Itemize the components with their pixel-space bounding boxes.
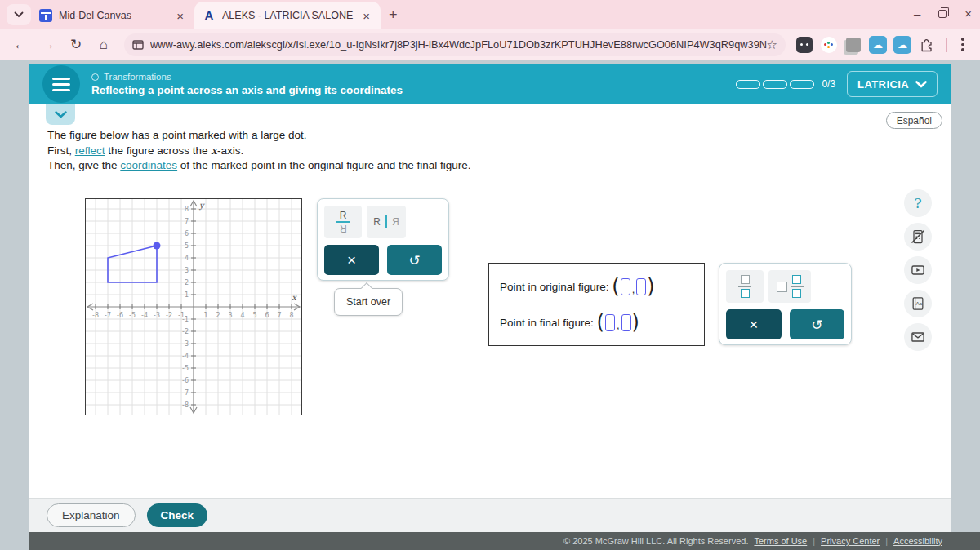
svg-text:5: 5 — [252, 312, 256, 319]
home-button[interactable]: ⌂ — [91, 33, 116, 57]
vertical-axis-line — [385, 215, 387, 228]
question-line-2: First, reflect the figure across the x-a… — [47, 143, 471, 158]
clear-button[interactable]: × — [324, 245, 379, 275]
svg-text:-4: -4 — [141, 312, 148, 319]
page-footer: © 2025 McGraw Hill LLC. All Rights Reser… — [29, 532, 980, 550]
topic-circle-icon — [91, 73, 99, 81]
tab-search-button[interactable] — [7, 4, 31, 25]
bookmark-star-icon[interactable]: ☆ — [767, 38, 777, 52]
undo-button[interactable]: ↺ — [790, 309, 845, 339]
dictionary-icon: Aa — [910, 295, 926, 312]
collapse-question-button[interactable] — [46, 104, 75, 125]
svg-text:-5: -5 — [129, 312, 136, 319]
url-bar[interactable]: www-awy.aleks.com/alekscgi/x/Isl.exe/1o_… — [124, 33, 786, 56]
espanol-label: Español — [897, 115, 932, 126]
comma: , — [632, 283, 635, 295]
site-info-icon[interactable] — [132, 39, 144, 51]
extension-cloud1-icon[interactable]: ☁ — [867, 34, 889, 55]
message-button[interactable] — [904, 323, 932, 351]
original-x-input[interactable] — [621, 278, 630, 295]
explanation-button[interactable]: Explanation — [47, 503, 136, 527]
progress-segment — [790, 80, 814, 89]
svg-text:7: 7 — [277, 312, 281, 319]
open-paren: ( — [612, 275, 619, 298]
marked-point[interactable] — [154, 242, 161, 250]
close-window-button[interactable]: × — [964, 7, 972, 21]
help-button[interactable]: ? — [904, 189, 932, 217]
svg-text:-2: -2 — [182, 328, 189, 335]
new-tab-button[interactable]: + — [389, 7, 398, 24]
extensions-puzzle-button[interactable] — [916, 34, 938, 55]
reflect-vertical-button[interactable]: R R — [367, 206, 406, 238]
tab-mid-del-canvas[interactable]: Mid-Del Canvas × — [31, 2, 194, 29]
video-button[interactable] — [904, 256, 932, 284]
restore-button[interactable] — [938, 10, 947, 18]
user-name: LATRICIA — [858, 78, 909, 91]
cloud-icon: ☁ — [893, 36, 911, 54]
svg-text:3: 3 — [185, 267, 189, 274]
close-paren: ) — [647, 275, 654, 298]
extension-snap-icon[interactable] — [794, 34, 815, 55]
letter-r-flipped: R — [340, 224, 347, 233]
user-menu-button[interactable]: LATRICIA — [847, 71, 938, 97]
cloud-icon: ☁ — [869, 36, 887, 54]
svg-text:-6: -6 — [117, 312, 123, 319]
final-point-row: Point in final figure: (,) — [500, 311, 693, 334]
close-paren: ) — [632, 311, 639, 334]
svg-text:8: 8 — [289, 312, 293, 319]
clear-button[interactable]: × — [726, 309, 782, 339]
reflect-link[interactable]: reflect — [75, 144, 105, 157]
reload-button[interactable]: ↻ — [64, 33, 88, 57]
question-line-1: The figure below has a point marked with… — [47, 128, 471, 143]
privacy-center-link[interactable]: Privacy Center — [821, 536, 880, 546]
browser-menu-button[interactable] — [955, 38, 971, 51]
terms-of-use-link[interactable]: Terms of Use — [754, 536, 807, 546]
header-texts: Transformations Reflecting a point acros… — [91, 72, 403, 96]
forward-button[interactable]: → — [36, 33, 60, 57]
svg-text:-2: -2 — [166, 312, 172, 319]
url-text: www-awy.aleks.com/alekscgi/x/Isl.exe/1o_… — [150, 38, 767, 51]
tab-aleks-active[interactable]: A ALEKS - LATRICIA SALONE - Le × — [194, 2, 381, 29]
start-over-tooltip: Start over — [334, 288, 403, 316]
extension-cloud2-icon[interactable]: ☁ — [892, 34, 913, 55]
tab-close-icon[interactable]: × — [174, 9, 186, 23]
answer-box: Point in original figure: (,) Point in f… — [488, 263, 705, 346]
progress-segment — [763, 80, 787, 89]
letter-r-mirrored: R — [392, 216, 399, 228]
check-button[interactable]: Check — [147, 503, 208, 527]
tab-title: Mid-Del Canvas — [59, 10, 167, 21]
graph-svg[interactable]: -8-8-7-7-6-6-5-5-4-4-3-3-2-2-1-111223344… — [85, 198, 302, 415]
letter-r: R — [373, 216, 381, 228]
reflect-horizontal-button[interactable]: R R — [324, 206, 362, 238]
coordinates-link[interactable]: coordinates — [120, 159, 177, 171]
fraction-button[interactable] — [726, 270, 764, 303]
accessibility-link[interactable]: Accessibility — [893, 536, 942, 546]
undo-button[interactable]: ↺ — [387, 245, 442, 275]
mixed-number-button[interactable] — [768, 270, 811, 303]
calculator-disabled-button[interactable] — [904, 223, 932, 251]
svg-text:Aa: Aa — [915, 300, 922, 306]
svg-text:2: 2 — [185, 279, 189, 286]
tab-close-icon[interactable]: × — [360, 9, 372, 23]
progress-label: 0/3 — [822, 78, 835, 90]
svg-text:2: 2 — [216, 312, 220, 319]
final-x-input[interactable] — [605, 314, 615, 331]
hamburger-menu-button[interactable] — [42, 65, 80, 103]
svg-text:1: 1 — [185, 291, 189, 299]
question-text: The figure below has a point marked with… — [47, 128, 471, 173]
original-point-row: Point in original figure: (,) — [500, 275, 693, 298]
coordinate-grid[interactable]: -8-8-7-7-6-6-5-5-4-4-3-3-2-2-1-111223344… — [85, 198, 302, 419]
extension-color-icon[interactable] — [818, 34, 840, 55]
svg-text:-1: -1 — [182, 316, 189, 323]
back-button[interactable]: ← — [8, 33, 33, 57]
minimize-button[interactable]: – — [914, 7, 920, 21]
final-y-input[interactable] — [621, 314, 631, 331]
dictionary-button[interactable]: Aa — [904, 290, 932, 317]
extension-grey-icon[interactable] — [843, 34, 864, 55]
original-y-input[interactable] — [636, 278, 646, 295]
robot-icon — [796, 37, 813, 53]
svg-text:-8: -8 — [182, 401, 189, 409]
espanol-button[interactable]: Español — [886, 112, 942, 129]
svg-text:-3: -3 — [182, 340, 189, 348]
tab-title: ALEKS - LATRICIA SALONE - Le — [222, 10, 354, 21]
